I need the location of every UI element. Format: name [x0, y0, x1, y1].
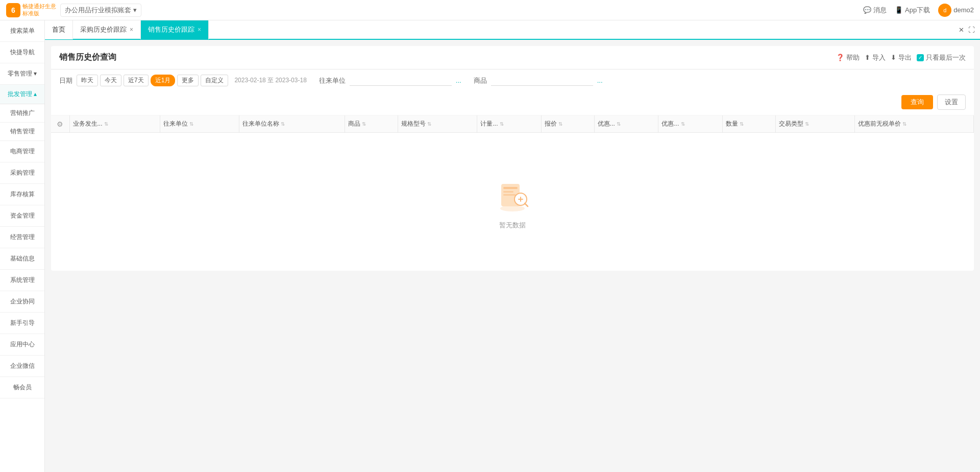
col-unit[interactable]: 计量... ⇅ [477, 115, 541, 133]
sidebar-item-system[interactable]: 系统管理 [0, 270, 44, 291]
col-discount2[interactable]: 优惠... ⇅ [658, 115, 722, 133]
tab-purchase-close[interactable]: × [130, 26, 133, 33]
tab-actions: ✕ ⛶ [959, 26, 980, 34]
check-icon: ✓ [917, 54, 924, 61]
app-center-label: 应用中心 [10, 341, 35, 348]
supplier-input[interactable] [350, 76, 452, 86]
shortcuts-label: 快捷导航 [10, 49, 35, 56]
avatar: d [938, 4, 951, 17]
sidebar-item-ecommerce[interactable]: 电商管理 [0, 141, 44, 162]
sort-icon-partner-name: ⇅ [281, 121, 285, 127]
sidebar-item-basic-info[interactable]: 基础信息 [0, 248, 44, 270]
tab-home[interactable]: 首页 [45, 20, 73, 39]
basic-info-label: 基础信息 [10, 255, 35, 262]
sidebar-item-enterprise-wechat[interactable]: 企业微信 [0, 356, 44, 377]
setting-button[interactable]: 设置 [937, 95, 966, 110]
product-label: 商品 [474, 76, 487, 85]
inventory-label: 库存核算 [10, 191, 35, 198]
date-btn-1month[interactable]: 近1月 [151, 75, 176, 86]
tab-sales-price[interactable]: 销售历史价跟踪 × [141, 20, 209, 39]
date-btn-7days[interactable]: 近7天 [124, 75, 149, 86]
operations-label: 经营管理 [10, 233, 35, 241]
col-settings[interactable]: ⚙ [51, 115, 69, 133]
supplier-label: 往来单位 [319, 76, 346, 85]
sidebar-item-onboarding[interactable]: 新手引导 [0, 313, 44, 334]
chevron-down-icon: ▾ [133, 6, 137, 14]
tab-bar: 首页 采购历史价跟踪 × 销售历史价跟踪 × ✕ ⛶ [45, 20, 980, 40]
col-price[interactable]: 报价 ⇅ [541, 115, 594, 133]
export-icon: ⬇ [891, 54, 896, 61]
date-label: 日期 [59, 76, 72, 85]
sidebar-item-vip[interactable]: 畅会员 [0, 377, 44, 398]
message-button[interactable]: 💬 消息 [863, 6, 887, 15]
sort-icon-price: ⇅ [558, 121, 562, 127]
user-menu[interactable]: d demo2 [938, 4, 974, 17]
sidebar: 搜索菜单 快捷导航 零售管理 ▾ 批发管理 ▴ 营销推广 销售管理 电商管理 采… [0, 20, 45, 472]
date-btn-today[interactable]: 今天 [100, 75, 121, 86]
tab-sales-close[interactable]: × [198, 26, 201, 33]
sort-icon-discount2: ⇅ [681, 121, 685, 127]
date-btn-yesterday[interactable]: 昨天 [77, 75, 98, 86]
empty-text: 暂无数据 [499, 221, 526, 230]
col-spec[interactable]: 规格型号 ⇅ [398, 115, 477, 133]
sidebar-item-enterprise-collab[interactable]: 企业协同 [0, 291, 44, 313]
sidebar-item-shortcuts[interactable]: 快捷导航 [0, 42, 44, 63]
page-header: 销售历史价查询 ❓ 帮助 ⬆ 导入 ⬇ 导出 ✓ [51, 46, 974, 69]
col-product[interactable]: 商品 ⇅ [345, 115, 398, 133]
export-button[interactable]: ⬇ 导出 [891, 53, 912, 62]
sort-icon-partner: ⇅ [189, 121, 193, 127]
col-trade-type[interactable]: 交易类型 ⇅ [775, 115, 854, 133]
sidebar-item-purchase[interactable]: 采购管理 [0, 162, 44, 184]
date-buttons: 昨天 今天 近7天 近1月 更多 自定义 [77, 75, 228, 86]
filter-area: 日期 昨天 今天 近7天 近1月 更多 自定义 2023-02-18 至 202… [51, 69, 974, 91]
sidebar-item-operations[interactable]: 经营管理 [0, 227, 44, 248]
template-selector[interactable]: 办公用品行业模拟账套 ▾ [60, 4, 141, 17]
app-download-button[interactable]: 📱 App下载 [895, 6, 930, 15]
sidebar-item-app-center[interactable]: 应用中心 [0, 334, 44, 356]
col-pretax-price[interactable]: 优惠前无税单价 ⇅ [855, 115, 974, 133]
date-range: 2023-02-18 至 2023-03-18 [234, 76, 306, 85]
tab-purchase-price[interactable]: 采购历史价跟踪 × [73, 20, 141, 39]
sidebar-item-sales[interactable]: 销售管理 [0, 123, 44, 141]
topbar: 6 畅捷通好生意 标准版 办公用品行业模拟账套 ▾ 💬 消息 📱 App下载 d… [0, 0, 980, 20]
sidebar-item-finance[interactable]: 资金管理 [0, 205, 44, 227]
settings-icon[interactable]: ⚙ [57, 120, 63, 128]
sidebar-item-retail[interactable]: 零售管理 ▾ [0, 63, 44, 85]
sidebar-item-marketing[interactable]: 营销推广 [0, 104, 44, 123]
help-button[interactable]: ❓ 帮助 [836, 53, 860, 62]
product-ellipsis[interactable]: ... [597, 77, 603, 84]
enterprise-wechat-label: 企业微信 [10, 362, 35, 369]
maximize-icon[interactable]: ⛶ [968, 26, 975, 34]
marketing-label: 营销推广 [10, 109, 35, 116]
search-button[interactable]: 查询 [901, 95, 933, 109]
supplier-ellipsis[interactable]: ... [456, 77, 461, 84]
data-table: ⚙ 业务发生... ⇅ 往来单位 ⇅ 往来单位名称 ⇅ 商品 ⇅ 规格型号 ⇅ … [51, 115, 974, 271]
ecommerce-label: 电商管理 [10, 148, 35, 155]
col-partner[interactable]: 往来单位 ⇅ [160, 115, 239, 133]
sidebar-item-wholesale[interactable]: 批发管理 ▴ [0, 85, 44, 104]
close-all-icon[interactable]: ✕ [959, 26, 964, 34]
date-btn-custom[interactable]: 自定义 [201, 75, 228, 86]
sidebar-item-inventory[interactable]: 库存核算 [0, 184, 44, 205]
table-container: ⚙ 业务发生... ⇅ 往来单位 ⇅ 往来单位名称 ⇅ 商品 ⇅ 规格型号 ⇅ … [51, 115, 974, 271]
sort-icon-product: ⇅ [362, 121, 366, 127]
enterprise-collab-label: 企业协同 [10, 298, 35, 305]
col-discount1[interactable]: 优惠... ⇅ [594, 115, 658, 133]
action-row: 查询 设置 [51, 91, 974, 115]
sidebar-item-search[interactable]: 搜索菜单 [0, 20, 44, 42]
product-input[interactable] [491, 76, 593, 86]
filter-row: 日期 昨天 今天 近7天 近1月 更多 自定义 2023-02-18 至 202… [59, 75, 966, 86]
topbar-left: 6 畅捷通好生意 标准版 办公用品行业模拟账套 ▾ [6, 3, 141, 17]
vip-label: 畅会员 [13, 384, 32, 391]
col-biz-date[interactable]: 业务发生... ⇅ [69, 115, 160, 133]
col-partner-name[interactable]: 往来单位名称 ⇅ [239, 115, 345, 133]
help-icon: ❓ [836, 54, 844, 61]
svg-rect-4 [503, 194, 516, 196]
date-btn-more[interactable]: 更多 [177, 75, 199, 86]
import-button[interactable]: ⬆ 导入 [865, 53, 886, 62]
col-qty[interactable]: 数量 ⇅ [722, 115, 775, 133]
sort-icon-discount1: ⇅ [617, 121, 621, 127]
empty-image [492, 174, 533, 215]
only-last-toggle[interactable]: ✓ 只看最后一次 [917, 53, 966, 62]
sort-icon-spec: ⇅ [427, 121, 431, 127]
